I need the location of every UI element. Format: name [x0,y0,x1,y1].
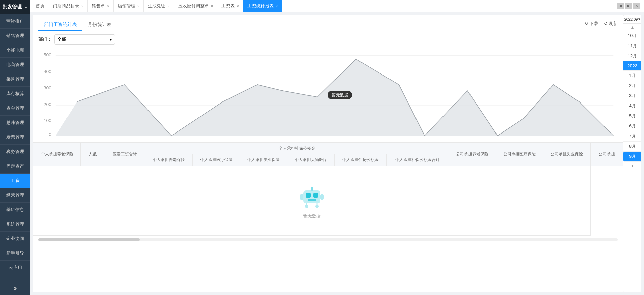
sidebar-item-finance[interactable]: 资金管理 [0,101,30,116]
sidebar-item-inventory[interactable]: 库存核算 [0,87,30,101]
tab-home[interactable]: 首页 [32,0,49,12]
date-year-2022[interactable]: 2022 [623,61,641,71]
tab-close-shop-mgmt[interactable]: × [137,4,139,8]
tab-store-catalog[interactable]: 门店商品目录 × [49,0,88,12]
sidebar-item-purchase[interactable]: 采购管理 [0,72,30,87]
date-month-6[interactable]: 6月 [623,121,641,131]
svg-text:0: 0 [49,132,51,137]
sidebar: 批发管理 ▲ 营销推广 销售管理 小畅电商 电商管理 采购管理 库存核算 资金管… [0,0,30,295]
sidebar-item-tax[interactable]: 税务管理 [0,145,30,159]
date-month-4[interactable]: 4月 [623,101,641,111]
col-personal-total: 个人承担社保公积金合计 [387,154,449,166]
sidebar-item-ecommerce[interactable]: 电商管理 [0,58,30,72]
tab-payroll[interactable]: 工资表 × [217,0,243,12]
tab-close-payroll-report[interactable]: × [276,4,278,8]
tab-shop-mgmt[interactable]: 店铺管理 × [114,0,144,12]
sidebar-item-marketing[interactable]: 营销推广 [0,14,30,29]
date-month-8[interactable]: 8月 [623,142,641,152]
col-company-unemploy: 公司承担失业保险 [543,143,590,166]
col-company-old: 公司承担养老保险 [449,143,496,166]
svg-text:300: 300 [44,85,51,90]
main-content: 首页 门店商品目录 × 销售单 × 店铺管理 × 生成凭证 × 应收应付调整单 … [30,0,644,295]
tab-voucher[interactable]: 生成凭证 × [144,0,174,12]
svg-rect-19 [320,194,324,200]
horizontal-scrollbar[interactable] [38,238,618,241]
sub-tab-dept-payroll[interactable]: 部门工资统计表 [38,19,82,31]
svg-text:400: 400 [44,69,51,74]
col-personal-housing: 个人承担住房公积金 [334,154,387,166]
tab-payroll-report[interactable]: 工资统计报表 × [243,0,282,12]
sidebar-item-ledger[interactable]: 总账管理 [0,116,30,130]
dept-label: 部门： [38,36,52,42]
dept-select[interactable]: 全部 ▾ [54,34,115,45]
sidebar-item-sales[interactable]: 销售管理 [0,29,30,43]
date-month-1[interactable]: 1月 [623,71,641,81]
date-month-9[interactable]: 9月 [623,152,641,162]
sidebar-item-operations[interactable]: 经营管理 [0,188,30,203]
tab-close-sales[interactable]: × [107,4,109,8]
date-month-10[interactable]: 10月 [623,31,641,41]
date-month-7[interactable]: 7月 [623,131,641,142]
svg-text:100: 100 [44,118,51,123]
tab-sales[interactable]: 销售单 × [88,0,113,12]
data-table: 个人承担养老保险 人数 应发工资合计 个人承担社保公积金 公司承担养老保险 公司… [33,143,623,236]
date-dropdown-icon: ▾ [638,17,640,21]
tab-bar: 首页 门店商品目录 × 销售单 × 店铺管理 × 生成凭证 × 应收应付调整单 … [30,0,644,12]
table-area[interactable]: 个人承担养老保险 人数 应发工资合计 个人承担社保公积金 公司承担养老保险 公司… [33,142,623,292]
dept-select-arrow: ▾ [110,37,112,42]
sidebar-item-invoice[interactable]: 发票管理 [0,130,30,145]
sidebar-item-basic-info[interactable]: 基础信息 [0,203,30,217]
col-total-salary: 应发工资合计 [105,143,145,166]
content-panel: 部门工资统计表 月份统计表 ↻ 下载 ↺ 刷新 [33,15,623,292]
tab-ar-ap[interactable]: 应收应付调整单 × [174,0,217,12]
svg-point-21 [315,205,319,208]
tab-close-store-catalog[interactable]: × [81,4,83,8]
col-personal-unemploy: 个人承担失业保险 [240,154,287,166]
empty-text: 暂无数据 [303,213,321,219]
chart-area: 500 400 300 200 100 0 [33,48,623,142]
sidebar-item-cooperation[interactable]: 企业协同 [0,232,30,246]
svg-rect-17 [311,187,313,191]
refresh-button[interactable]: ↺ 刷新 [604,21,618,27]
tab-close-all-button[interactable]: ✕ [633,3,640,9]
download-button[interactable]: ↻ 下载 [585,21,598,27]
col-count: 人数 [81,143,105,166]
date-sidebar: 2022.09 ▾ ▲ 10月 11月 12月 2022 1月 2月 [623,15,641,292]
empty-icon [298,182,325,209]
scrollbar-thumb[interactable] [38,238,140,241]
sidebar-item-guide[interactable]: 新手引导 [0,246,30,261]
date-month-12[interactable]: 12月 [623,51,641,61]
page-area: 部门工资统计表 月份统计表 ↻ 下载 ↺ 刷新 [30,12,644,295]
svg-rect-15 [313,193,318,198]
col-personal-major-medical: 个人承担大额医疗 [287,154,334,166]
sub-tabs: 部门工资统计表 月份统计表 ↻ 下载 ↺ 刷新 [33,15,623,31]
sidebar-header[interactable]: 批发管理 ▲ [0,0,30,14]
table-row: 暂无数据 [33,166,623,236]
sidebar-item-system[interactable]: 系统管理 [0,217,30,232]
date-month-11[interactable]: 11月 [623,41,641,51]
tab-close-payroll[interactable]: × [237,4,239,8]
date-nav-up-button[interactable]: ▲ [623,24,641,31]
col-company-other: 公司承担 [591,143,623,166]
toolbar-left: 部门： 全部 ▾ [38,34,115,45]
sidebar-item-cloud[interactable]: 云应用 [0,261,30,275]
sidebar-item-xiaochangec[interactable]: 小畅电商 [0,43,30,58]
svg-rect-16 [308,199,316,201]
tab-bar-actions: ◀ ▶ ✕ [617,3,643,9]
chart-svg: 500 400 300 200 100 0 [38,51,618,140]
sidebar-item-assets[interactable]: 固定资产 [0,159,30,174]
tab-close-ar-ap[interactable]: × [211,4,213,8]
date-month-5[interactable]: 5月 [623,111,641,121]
tab-scroll-right-button[interactable]: ▶ [625,3,632,9]
date-nav-down-button[interactable]: ▼ [623,162,641,169]
tab-close-voucher[interactable]: × [167,4,169,8]
sub-tab-monthly[interactable]: 月份统计表 [82,19,117,31]
date-month-3[interactable]: 3月 [623,91,641,101]
sidebar-item-payroll[interactable]: 工资 [0,174,30,188]
tab-scroll-left-button[interactable]: ◀ [617,3,624,9]
date-current-label[interactable]: 2022.09 ▾ [623,15,641,24]
sidebar-settings-button[interactable]: ⚙ [0,282,30,295]
col-personal-social: 个人承担社保公积金 [145,143,449,154]
refresh-icon: ↺ [604,21,608,26]
date-month-2[interactable]: 2月 [623,81,641,91]
